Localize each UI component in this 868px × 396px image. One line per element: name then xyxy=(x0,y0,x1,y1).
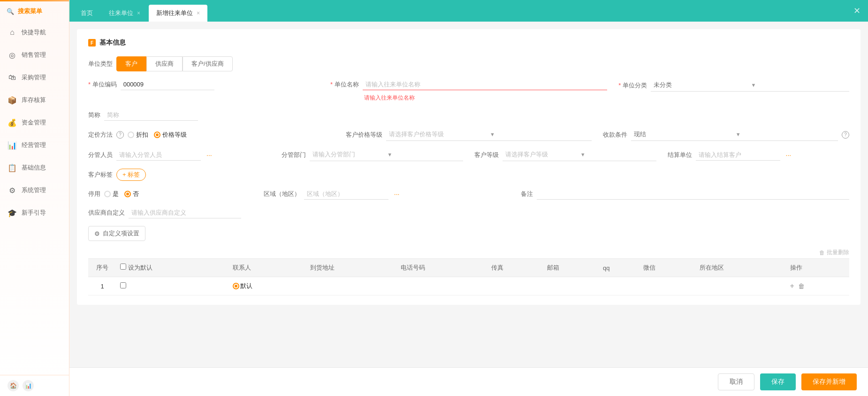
sidebar-item-finance[interactable]: 💰 资金管理 xyxy=(0,111,69,134)
row-cell-4 xyxy=(397,277,487,295)
disabled-no-radio[interactable]: 否 xyxy=(124,190,139,198)
add-row-btn[interactable]: + xyxy=(790,282,794,290)
sidebar-item-inventory[interactable]: 📦 库存核算 xyxy=(0,89,69,111)
add-tag-button[interactable]: + 标签 xyxy=(116,169,146,181)
type-btn-supplier[interactable]: 供应商 xyxy=(146,56,183,71)
row-cell-3 xyxy=(306,277,397,295)
customer-level-label: 客户等级 xyxy=(474,151,499,159)
sidebar-item-system[interactable]: ⚙ 系统管理 xyxy=(0,179,69,202)
delete-row-btn[interactable]: 🗑 xyxy=(798,282,805,290)
disabled-no-label: 否 xyxy=(133,190,139,198)
sidebar-search[interactable]: 🔍 搜索菜单 xyxy=(0,1,69,21)
tab-new-partner[interactable]: 新增往来单位× xyxy=(149,5,207,22)
department-select[interactable]: 请输入分管部门 ▼ xyxy=(310,148,464,161)
sidebar-chart-icon[interactable]: 📊 xyxy=(23,380,34,391)
disabled-yes-circle xyxy=(104,191,111,197)
batch-delete-area: 🗑 批量删除 xyxy=(88,248,849,256)
unit-code-input[interactable] xyxy=(121,79,214,90)
batch-delete-icon: 🗑 xyxy=(819,249,825,256)
row-cell-6 xyxy=(543,277,599,295)
sidebar-item-sales[interactable]: ◎ 销售管理 xyxy=(0,44,69,66)
row-cell-9 xyxy=(696,277,786,295)
sidebar-label-purchase: 采购管理 xyxy=(22,73,46,82)
settlement-more-btn[interactable]: ··· xyxy=(784,151,793,159)
unit-name-input[interactable] xyxy=(363,79,608,90)
unit-name-label: 单位名称 xyxy=(330,80,359,89)
sidebar-label-finance: 资金管理 xyxy=(22,118,46,127)
customer-level-select[interactable]: 请选择客户等级 ▼ xyxy=(503,148,656,161)
region-input[interactable] xyxy=(304,188,388,200)
sidebar-item-operations[interactable]: 📊 经营管理 xyxy=(0,134,69,156)
sidebar-item-purchase[interactable]: 🛍 采购管理 xyxy=(0,66,69,89)
disabled-region-row: 停用 是 否 区域（地区） ··· xyxy=(88,188,849,200)
region-label: 区域（地区） xyxy=(264,190,300,198)
row-checkbox-0[interactable] xyxy=(120,282,126,288)
tag-field: 客户标签 + 标签 xyxy=(88,169,849,181)
payment-terms-field: 收款条件 现结 ▼ ? xyxy=(603,128,849,141)
table-header-row: 序号 设为默认联系人到货地址电话号码传真邮箱qq微信所在地区操作 xyxy=(88,259,849,277)
tab-partner[interactable]: 往来单位× xyxy=(101,5,148,22)
sidebar-item-guide[interactable]: 🎓 新手引导 xyxy=(0,202,69,224)
pricing-method-help[interactable]: ? xyxy=(116,131,124,139)
pricing-level-radio[interactable]: 价格等级 xyxy=(154,131,187,139)
manager-label: 分管人员 xyxy=(88,151,113,159)
payment-terms-help[interactable]: ? xyxy=(842,131,849,139)
sidebar-item-quick-nav[interactable]: ⌂ 快捷导航 xyxy=(0,21,69,44)
sidebar-home-icon[interactable]: 🏠 xyxy=(8,380,19,391)
unit-category-field: 单位分类 未分类 ▼ xyxy=(618,79,849,92)
cancel-button[interactable]: 取消 xyxy=(718,373,754,390)
customer-price-placeholder: 请选择客户价格等级 xyxy=(389,130,488,139)
sidebar-label-sales: 销售管理 xyxy=(22,51,46,59)
supplier-custom-input[interactable] xyxy=(129,207,241,218)
save-add-button[interactable]: 保存并新增 xyxy=(801,373,857,390)
unit-code-label: 单位编码 xyxy=(88,80,117,89)
table-row: 1 默认 + 🗑 xyxy=(88,277,849,295)
sidebar-label-basic-info: 基础信息 xyxy=(22,163,46,172)
region-more-btn[interactable]: ··· xyxy=(392,190,402,198)
contacts-table: 序号 设为默认联系人到货地址电话号码传真邮箱qq微信所在地区操作 1 默认 + … xyxy=(88,258,849,295)
department-placeholder: 请输入分管部门 xyxy=(312,150,386,159)
pricing-discount-radio[interactable]: 折扣 xyxy=(128,131,148,139)
select-all-checkbox[interactable] xyxy=(120,264,126,270)
batch-delete-label[interactable]: 批量删除 xyxy=(827,248,849,256)
sidebar-items: ⌂ 快捷导航◎ 销售管理🛍 采购管理📦 库存核算💰 资金管理📊 经营管理📋 基础… xyxy=(0,21,69,224)
payment-terms-select[interactable]: 现结 ▼ xyxy=(631,128,838,141)
save-button[interactable]: 保存 xyxy=(760,373,796,390)
type-btn-customer[interactable]: 客户 xyxy=(116,56,146,71)
tab-label-new-partner: 新增往来单位 xyxy=(156,9,193,17)
table-col-2: 联系人 xyxy=(229,259,306,277)
abbreviation-row: 简称 xyxy=(88,109,849,121)
manager-more-btn[interactable]: ··· xyxy=(205,151,214,159)
section-title: F 基本信息 xyxy=(88,39,849,47)
type-btn-both[interactable]: 客户/供应商 xyxy=(183,56,233,71)
unit-type-buttons: 客户 供应商 客户/供应商 xyxy=(116,56,233,71)
settlement-label: 结算单位 xyxy=(668,151,692,159)
table-col-0: 序号 xyxy=(88,259,116,277)
section-icon: F xyxy=(88,39,96,47)
tab-close-partner[interactable]: × xyxy=(137,10,140,16)
sidebar-label-operations: 经营管理 xyxy=(22,141,46,149)
abbreviation-input[interactable] xyxy=(104,109,198,121)
search-icon: 🔍 xyxy=(7,8,14,15)
sidebar-label-guide: 新手引导 xyxy=(22,209,46,217)
customer-price-select[interactable]: 请选择客户价格等级 ▼ xyxy=(386,128,592,141)
manager-input[interactable] xyxy=(116,149,201,161)
disabled-label: 停用 xyxy=(88,190,100,198)
close-all-button[interactable]: ✕ xyxy=(850,6,864,16)
unit-category-select[interactable]: 未分类 ▼ xyxy=(651,79,849,92)
settlement-input[interactable] xyxy=(696,149,780,161)
remark-input[interactable] xyxy=(537,188,849,200)
pricing-discount-label: 折扣 xyxy=(136,131,148,139)
table-col-6: 邮箱 xyxy=(543,259,599,277)
unit-name-field: 单位名称 请输入往来单位名称 xyxy=(330,79,607,102)
tab-label-partner: 往来单位 xyxy=(109,9,133,17)
pricing-method-label: 定价方法 xyxy=(88,131,113,139)
tab-close-new-partner[interactable]: × xyxy=(197,10,200,16)
tab-home[interactable]: 首页 xyxy=(73,5,100,22)
pricing-level-label: 价格等级 xyxy=(162,131,187,139)
sidebar-item-basic-info[interactable]: 📋 基础信息 xyxy=(0,156,69,179)
table-col-1: 设为默认 xyxy=(116,259,229,277)
customer-level-field: 客户等级 请选择客户等级 ▼ xyxy=(474,148,656,161)
disabled-yes-radio[interactable]: 是 xyxy=(104,190,119,198)
custom-settings-button[interactable]: ⚙ 自定义项设置 xyxy=(88,226,145,241)
